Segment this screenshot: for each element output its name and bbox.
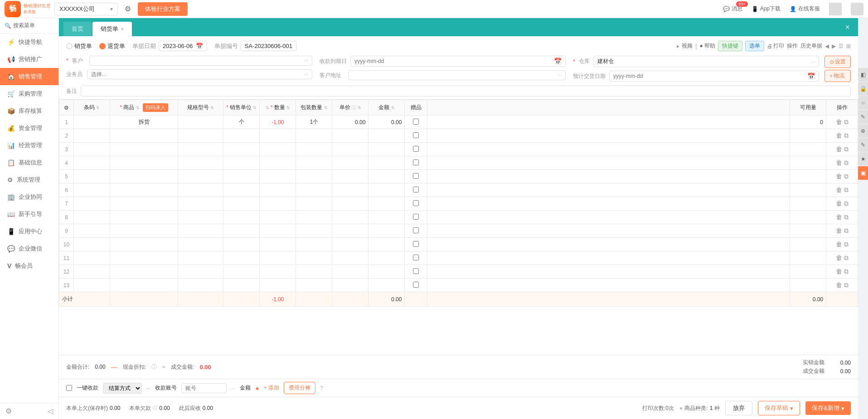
copy-row-icon[interactable]: ⧉ bbox=[844, 227, 849, 235]
gift-checkbox[interactable] bbox=[413, 200, 419, 206]
customer-address-text-input[interactable] bbox=[352, 72, 558, 78]
row-unit[interactable] bbox=[223, 170, 260, 183]
delete-row-icon[interactable]: 🗑 bbox=[836, 186, 842, 194]
row-product[interactable] bbox=[110, 279, 178, 292]
sidebar-item-wechat[interactable]: 💬 企业微信 bbox=[0, 240, 58, 257]
right-float-edit1[interactable]: ✎ bbox=[858, 110, 868, 124]
date-input-wrap[interactable]: 2023-06-06 📅 bbox=[159, 41, 207, 51]
amount-sort-icon[interactable]: ⇅ bbox=[391, 106, 395, 110]
row-pkg-qty[interactable] bbox=[296, 211, 332, 224]
row-product[interactable] bbox=[110, 183, 178, 197]
sidebar-item-purchase[interactable]: 🛒 采购管理 bbox=[0, 85, 58, 102]
copy-row-icon[interactable]: ⧉ bbox=[844, 145, 849, 153]
row-spec[interactable] bbox=[178, 183, 223, 197]
row-product[interactable] bbox=[110, 238, 178, 251]
row-barcode[interactable] bbox=[74, 156, 110, 170]
row-spec[interactable] bbox=[178, 116, 223, 129]
row-gift[interactable] bbox=[405, 197, 427, 211]
row-unit-price[interactable] bbox=[332, 238, 369, 251]
delete-row-icon[interactable]: 🗑 bbox=[836, 241, 842, 248]
row-qty[interactable] bbox=[260, 265, 296, 279]
row-qty[interactable] bbox=[260, 129, 296, 143]
row-pkg-qty[interactable] bbox=[296, 170, 332, 183]
row-amount[interactable] bbox=[369, 238, 405, 251]
copy-row-icon[interactable]: ⧉ bbox=[844, 159, 849, 167]
copy-row-icon[interactable]: ⧉ bbox=[844, 186, 849, 194]
tab-sales-order[interactable]: 销货单 × bbox=[92, 22, 132, 36]
row-unit-price[interactable] bbox=[332, 143, 369, 156]
row-pkg-qty[interactable] bbox=[296, 183, 332, 197]
row-qty[interactable] bbox=[260, 183, 296, 197]
history-btn[interactable]: 历史单据 bbox=[800, 42, 822, 50]
delete-row-icon[interactable]: 🗑 bbox=[836, 281, 842, 289]
delivery-date-text-input[interactable] bbox=[613, 73, 807, 79]
gift-checkbox[interactable] bbox=[413, 282, 419, 288]
row-unit[interactable] bbox=[223, 279, 260, 292]
row-gift[interactable] bbox=[405, 116, 427, 129]
avatar[interactable] bbox=[829, 3, 842, 15]
row-amount[interactable] bbox=[369, 224, 405, 238]
row-unit-price[interactable] bbox=[332, 129, 369, 143]
message-btn[interactable]: 💬 消息 99+ bbox=[723, 5, 742, 13]
row-gift[interactable] bbox=[405, 129, 427, 143]
right-float-lock[interactable]: 🔒 bbox=[858, 82, 868, 96]
row-amount[interactable] bbox=[369, 197, 405, 211]
row-barcode[interactable] bbox=[74, 211, 110, 224]
payment-due-text-input[interactable] bbox=[354, 58, 554, 64]
row-product[interactable] bbox=[110, 143, 178, 156]
row-unit-price[interactable] bbox=[332, 183, 369, 197]
row-qty[interactable] bbox=[260, 238, 296, 251]
delete-row-icon[interactable]: 🗑 bbox=[836, 159, 842, 167]
qty-sort-icon[interactable]: ⇅ bbox=[266, 106, 269, 110]
settings-btn[interactable]: ⊙ 设置 bbox=[824, 56, 851, 68]
row-unit[interactable] bbox=[223, 156, 260, 170]
prev-record-icon[interactable]: ◀ bbox=[825, 43, 829, 49]
gift-checkbox[interactable] bbox=[413, 241, 419, 247]
sidebar-item-finance[interactable]: 💰 资金管理 bbox=[0, 120, 58, 137]
row-unit[interactable] bbox=[223, 224, 260, 238]
gift-checkbox[interactable] bbox=[413, 119, 419, 125]
payment-due-input[interactable]: 📅 bbox=[350, 56, 566, 67]
row-pkg-qty[interactable] bbox=[296, 265, 332, 279]
row-unit-price[interactable] bbox=[332, 170, 369, 183]
row-spec[interactable] bbox=[178, 129, 223, 143]
row-gift[interactable] bbox=[405, 279, 427, 292]
sidebar-item-app-center[interactable]: 📱 应用中心 bbox=[0, 223, 58, 240]
radio-sales-label[interactable]: 销货单 bbox=[66, 42, 92, 50]
row-amount[interactable] bbox=[369, 265, 405, 279]
customer-address-input[interactable]: ··· bbox=[348, 70, 566, 80]
delivery-calendar-icon[interactable]: 📅 bbox=[807, 72, 815, 80]
sidebar-item-member[interactable]: V 畅会员 bbox=[0, 257, 58, 275]
account-dots[interactable]: ··· bbox=[231, 385, 235, 391]
row-spec[interactable] bbox=[178, 279, 223, 292]
unit-sort-icon[interactable]: ⇅ bbox=[253, 106, 257, 110]
calendar-icon[interactable]: 📅 bbox=[196, 43, 203, 49]
row-unit[interactable] bbox=[223, 197, 260, 211]
sidebar-item-enterprise[interactable]: 🏢 企业协同 bbox=[0, 188, 58, 206]
row-amount[interactable] bbox=[369, 211, 405, 224]
row-unit-price[interactable] bbox=[332, 156, 369, 170]
salesperson-input[interactable]: ··· bbox=[87, 69, 312, 79]
copy-row-icon[interactable]: ⧉ bbox=[844, 268, 849, 275]
row-product[interactable] bbox=[110, 170, 178, 183]
row-barcode[interactable] bbox=[74, 251, 110, 265]
row-amount[interactable]: 0.00 bbox=[369, 116, 405, 129]
right-float-orange[interactable]: ▣ bbox=[858, 166, 868, 180]
sidebar-item-guide[interactable]: 📖 新手引导 bbox=[0, 206, 58, 223]
gift-checkbox[interactable] bbox=[413, 173, 419, 179]
row-barcode[interactable] bbox=[74, 183, 110, 197]
row-product[interactable] bbox=[110, 265, 178, 279]
save-draft-btn[interactable]: 保存草稿 ▾ bbox=[758, 401, 800, 415]
delete-row-icon[interactable]: 🗑 bbox=[836, 227, 842, 235]
video-btn[interactable]: 视频 bbox=[682, 42, 693, 50]
right-float-expand[interactable]: ◧ bbox=[858, 68, 868, 82]
row-amount[interactable] bbox=[369, 251, 405, 265]
customer-input[interactable]: ··· bbox=[89, 56, 312, 66]
row-gift[interactable] bbox=[405, 156, 427, 170]
product-sort-icon[interactable]: ⇅ bbox=[136, 106, 140, 110]
gift-checkbox[interactable] bbox=[413, 132, 419, 138]
right-float-circle[interactable]: ○ bbox=[858, 96, 868, 110]
expense-help-icon[interactable]: ? bbox=[320, 385, 323, 391]
delete-row-icon[interactable]: 🗑 bbox=[836, 254, 842, 262]
next-record-icon[interactable]: ▶ bbox=[832, 43, 836, 49]
